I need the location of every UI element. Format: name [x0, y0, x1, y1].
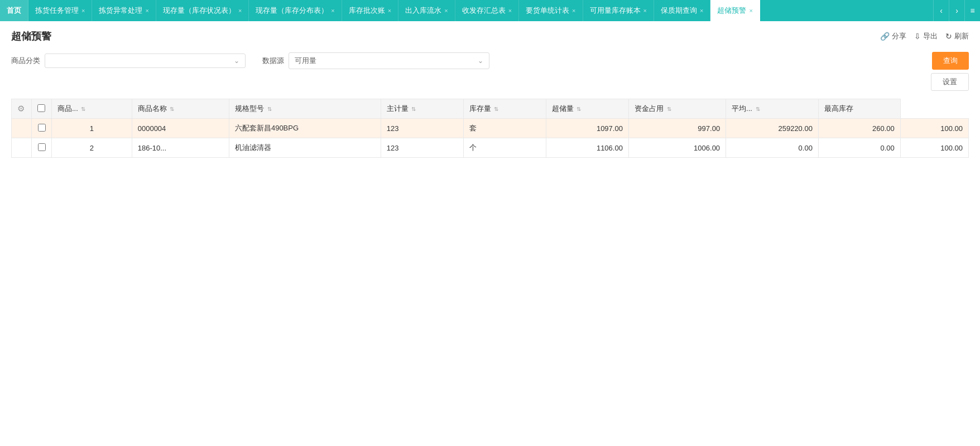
th-capital[interactable]: 资金占用 ⇅ [628, 99, 726, 119]
th-unit-label: 主计量 [387, 104, 409, 113]
th-checkbox [32, 99, 52, 119]
nav-item-inventory-status[interactable]: 现存量（库存状况表）× [156, 0, 249, 21]
nav-item-label: 可用量库存账本 [590, 6, 641, 16]
row-num-cell: 1 [52, 119, 132, 138]
category-label: 商品分类 [11, 56, 40, 66]
th-overstock[interactable]: 超储量 ⇅ [546, 99, 628, 119]
th-product-name[interactable]: 商品名称 ⇅ [132, 99, 229, 119]
nav-arrows: ‹ › ≡ [933, 0, 980, 21]
th-max-stock[interactable]: 最高库存 [818, 99, 900, 119]
nav-close-icon[interactable]: × [238, 7, 242, 14]
row-product-code: 0000004 [132, 119, 229, 138]
row-unit: 个 [463, 138, 546, 158]
th-product-code-label: 商品... [57, 104, 78, 113]
export-action[interactable]: ⇩ 导出 [914, 31, 938, 41]
datasource-select[interactable]: 可用量 ⌄ [289, 52, 489, 69]
datasource-label: 数据源 [262, 56, 284, 66]
nav-item-task-mgmt[interactable]: 拣货任务管理× [28, 0, 92, 21]
th-gear: ⚙ [12, 99, 32, 119]
th-product-code[interactable]: 商品... ⇅ [52, 99, 132, 119]
row-unit: 套 [463, 119, 546, 138]
nav-close-icon[interactable]: × [331, 7, 334, 14]
sort-icon-capital: ⇅ [667, 106, 671, 112]
table-row: 1 0000004 六配套新昌490BPG 123 套 1097.00 997.… [12, 119, 969, 138]
nav-item-label: 拣货异常处理 [99, 6, 142, 16]
row-checkbox-1[interactable] [38, 143, 46, 151]
query-button[interactable]: 查询 [932, 52, 969, 70]
sort-icon-avg: ⇅ [756, 106, 760, 112]
th-stock[interactable]: 库存量 ⇅ [463, 99, 546, 119]
sort-icon-unit: ⇅ [411, 106, 416, 112]
nav-home[interactable]: 首页 [0, 0, 28, 21]
nav-item-label: 库存批次账 [349, 6, 385, 16]
row-max-stock: 100.00 [900, 119, 968, 138]
nav-close-icon[interactable]: × [700, 7, 703, 14]
sort-icon-spec: ⇅ [267, 106, 272, 112]
table-header-row: ⚙ 商品... ⇅ 商品名称 ⇅ 规格型号 ⇅ 主计量 [12, 99, 969, 119]
nav-item-inventory-dist[interactable]: 现存量（库存分布表）× [249, 0, 342, 21]
nav-close-icon[interactable]: × [81, 7, 85, 14]
nav-close-icon[interactable]: × [643, 7, 647, 14]
nav-close-icon[interactable]: × [388, 7, 391, 14]
th-overstock-label: 超储量 [552, 104, 574, 113]
datasource-chevron-icon: ⌄ [478, 57, 483, 65]
nav-close-icon[interactable]: × [572, 7, 575, 14]
nav-next-arrow[interactable]: › [949, 0, 964, 21]
row-overstock: 997.00 [628, 119, 726, 138]
nav-item-abnormal[interactable]: 拣货异常处理× [92, 0, 156, 21]
nav-prev-arrow[interactable]: ‹ [933, 0, 949, 21]
export-icon: ⇩ [914, 32, 921, 41]
refresh-label: 刷新 [954, 31, 969, 41]
row-checkbox-cell [32, 138, 52, 158]
th-avg-label: 平均... [732, 104, 752, 113]
nav-close-icon[interactable]: × [145, 7, 148, 14]
page-content: 超储预警 🔗 分享 ⇩ 导出 ↻ 刷新 商品分类 ⌄ 数据源 [0, 21, 980, 166]
th-spec[interactable]: 规格型号 ⇅ [229, 99, 381, 119]
settings-row: 设置 [11, 73, 969, 91]
row-spec: 123 [381, 119, 463, 138]
share-label: 分享 [892, 31, 906, 41]
th-unit[interactable]: 主计量 ⇅ [381, 99, 463, 119]
nav-close-icon[interactable]: × [749, 7, 752, 14]
page-title: 超储预警 [11, 30, 51, 43]
data-table: ⚙ 商品... ⇅ 商品名称 ⇅ 规格型号 ⇅ 主计量 [11, 99, 969, 158]
row-product-name: 机油滤清器 [229, 138, 381, 158]
row-capital: 0.00 [726, 138, 819, 158]
nav-item-overstock-warning[interactable]: 超储预警× [710, 0, 760, 21]
row-stock: 1106.00 [546, 138, 628, 158]
nav-item-order-stats[interactable]: 要货单统计表× [519, 0, 583, 21]
category-filter-group: 商品分类 ⌄ [11, 54, 246, 68]
nav-item-label: 出入库流水 [405, 6, 441, 16]
gear-icon[interactable]: ⚙ [17, 104, 25, 113]
nav-item-label: 保质期查询 [661, 6, 697, 16]
nav-close-icon[interactable]: × [444, 7, 448, 14]
refresh-action[interactable]: ↻ 刷新 [945, 31, 969, 41]
settings-button[interactable]: 设置 [931, 73, 969, 91]
datasource-select-value: 可用量 [295, 56, 316, 66]
share-action[interactable]: 🔗 分享 [880, 31, 906, 41]
page-title-row: 超储预警 🔗 分享 ⇩ 导出 ↻ 刷新 [11, 30, 969, 43]
row-max-stock: 100.00 [900, 138, 968, 158]
nav-item-collect-summary[interactable]: 收发存汇总表× [455, 0, 519, 21]
nav-item-label: 超储预警 [717, 6, 746, 16]
top-navigation: 首页 拣货任务管理×拣货异常处理×现存量（库存状况表）×现存量（库存分布表）×库… [0, 0, 980, 21]
row-checkbox-0[interactable] [38, 124, 46, 132]
nav-item-batch-account[interactable]: 库存批次账× [342, 0, 398, 21]
share-icon: 🔗 [880, 32, 890, 41]
row-product-name: 六配套新昌490BPG [229, 119, 381, 138]
nav-item-label: 现存量（库存状况表） [163, 6, 236, 16]
row-avg: 0.00 [818, 138, 900, 158]
th-spec-label: 规格型号 [235, 104, 264, 113]
nav-item-inout-flow[interactable]: 出入库流水× [398, 0, 455, 21]
nav-item-quality-check[interactable]: 保质期查询× [654, 0, 710, 21]
select-all-checkbox[interactable] [37, 104, 45, 112]
nav-close-icon[interactable]: × [508, 7, 512, 14]
nav-item-label: 现存量（库存分布表） [256, 6, 328, 16]
th-stock-label: 库存量 [469, 104, 491, 113]
category-select[interactable]: ⌄ [45, 54, 246, 68]
row-gear-cell [12, 138, 32, 158]
th-avg[interactable]: 平均... ⇅ [726, 99, 819, 119]
nav-item-available-account[interactable]: 可用量库存账本× [583, 0, 654, 21]
nav-more-arrow[interactable]: ≡ [964, 0, 980, 21]
title-actions: 🔗 分享 ⇩ 导出 ↻ 刷新 [880, 31, 969, 41]
